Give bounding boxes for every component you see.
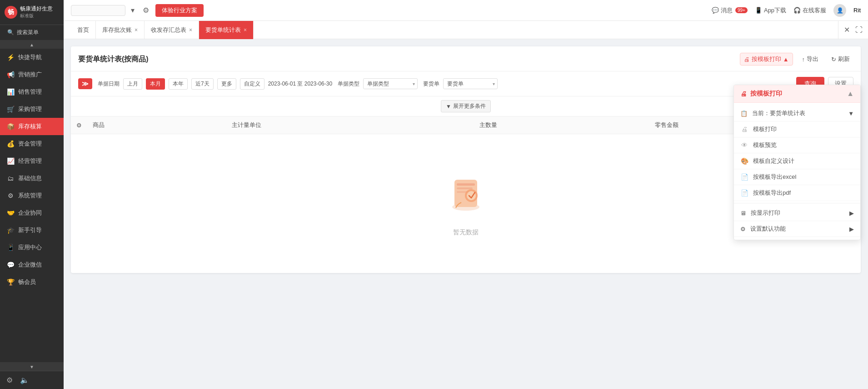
tab-receipt-summary[interactable]: 收发存汇总表 × [145,21,199,39]
avatar[interactable]: 👤 [833,4,846,17]
online-service-item[interactable]: 🎧 在线客服 [793,6,826,15]
doctype-select[interactable]: 单据类型 [363,78,418,89]
print-dropdown-body: 📋 当前：要货单统计表 ▼ 🖨 模板打印 👁 模板预览 🎨 [734,103,860,240]
date-btn-more[interactable]: 更多 [217,78,236,90]
sidebar-item-label: 应用中心 [18,243,42,252]
search-icon: 🔍 [7,29,14,35]
header-settings-button[interactable]: ⚙ [140,6,152,15]
sidebar-item-inventory[interactable]: 📦 库存核算 [0,118,64,135]
page-content: 要货单统计表(按商品) 🖨 按模板打印 ▲ ↑ 导出 ↻ 刷新 [64,39,868,389]
header-search-input[interactable] [71,5,125,16]
sidebar-item-quick-nav[interactable]: ⚡ 快捷导航 [0,49,64,66]
sidebar: 畅 畅康通好生意 标准版 🔍 搜索菜单 ▲ ⚡ 快捷导航 📢 营销推广 📊 销售… [0,0,64,389]
col-unit: 主计量单位 [226,116,474,134]
guide-icon: 🎓 [6,226,15,234]
user-name: Rit [853,7,861,14]
date-btn-this-year[interactable]: 本年 [169,78,188,90]
col-quantity: 主数量 [474,116,649,134]
expand-more-button[interactable]: ▼ 展开更多条件 [441,100,491,112]
sidebar-item-label: 营销推广 [18,71,42,79]
sidebar-item-label: 采购管理 [18,105,42,113]
svg-rect-3 [457,187,473,189]
tab-home[interactable]: 首页 [71,21,96,39]
col-settings: ⚙ [71,116,87,134]
sidebar-item-marketing[interactable]: 📢 营销推广 [0,66,64,83]
operation-icon: 📈 [6,157,15,165]
display-print-icon: 🖥 [740,210,746,217]
sidebar-item-label: 基础信息 [18,174,42,182]
app-download-item[interactable]: 📱 App下载 [755,6,786,15]
page-title: 要货单统计表(按商品) [78,55,149,64]
app-download-label: App下载 [764,6,786,15]
sidebar-item-guide[interactable]: 🎓 新手引导 [0,222,64,239]
sidebar-item-purchase[interactable]: 🛒 采购管理 [0,101,64,118]
template-design-icon: 🎨 [740,157,748,165]
refresh-button[interactable]: ↻ 刷新 [828,53,853,65]
scroll-up-icon: ▲ [30,42,34,47]
sidebar-item-label: 销售管理 [18,88,42,96]
sidebar-item-basic[interactable]: 🗂 基础信息 [0,170,64,187]
filter-date-group: 单据日期 上月 本月 本年 近7天 更多 自定义 2023-06-01 至 20… [98,78,332,90]
export-button[interactable]: ↑ 导出 [798,53,823,65]
order-status-select[interactable]: 要货单 [443,78,498,89]
sidebar-item-apps[interactable]: 📱 应用中心 [0,239,64,256]
message-label: 消息 [721,6,733,15]
tab-order-stats[interactable]: 要货单统计表 × [199,21,254,39]
tab-expand-button[interactable]: ⛶ [854,25,863,35]
print-dropdown-close-button[interactable]: ▲ [847,90,854,98]
header-dropdown-button[interactable]: ▾ [129,6,136,15]
sidebar-item-label: 库存核算 [18,122,42,131]
current-template-left: 📋 当前：要货单统计表 [740,109,805,117]
date-btn-custom[interactable]: 自定义 [240,78,264,90]
tab-close-all-button[interactable]: ✕ [843,25,851,35]
sidebar-scroll-down[interactable]: ▼ [0,362,64,371]
sidebar-item-label: 企业协同 [18,209,42,217]
message-item[interactable]: 💬 消息 99+ [712,6,748,15]
print-dropdown-title: 🖨 按模板打印 [740,90,782,98]
print-dropdown-icon: 🖨 [740,90,747,97]
sidebar-item-member[interactable]: 🏆 畅会员 [0,273,64,291]
tab-order-stats-label: 要货单统计表 [205,26,241,34]
message-badge: 99+ [735,7,748,13]
sidebar-item-sales[interactable]: 📊 销售管理 [0,83,64,101]
date-filter-label: 单据日期 [98,80,120,88]
template-print-item[interactable]: 🖨 模板打印 [734,121,860,137]
online-service-label: 在线客服 [803,6,826,15]
export-pdf-item[interactable]: 📄 按模板导出pdf [734,185,860,201]
sidebar-item-wechat[interactable]: 💬 企业微信 [0,256,64,273]
date-btn-last-month[interactable]: 上月 [123,78,142,90]
display-print-left: 🖥 按显示打印 [740,209,780,217]
sidebar-item-collab[interactable]: 🤝 企业协同 [0,204,64,222]
date-btn-7days[interactable]: 近7天 [191,78,214,90]
svg-rect-2 [457,183,475,186]
print-template-button[interactable]: 🖨 按模板打印 ▲ [740,53,793,66]
sound-icon[interactable]: 🔈 [20,376,29,384]
template-design-item[interactable]: 🎨 模板自定义设计 [734,153,860,169]
sidebar-item-label: 畅会员 [18,278,36,286]
settings-icon[interactable]: ⚙ [6,376,13,384]
export-excel-item[interactable]: 📄 按模板导出excel [734,169,860,185]
sidebar-item-system[interactable]: ⚙ 系统管理 [0,187,64,204]
page-card-header: 要货单统计表(按商品) 🖨 按模板打印 ▲ ↑ 导出 ↻ 刷新 [71,46,861,71]
tab-order-stats-close[interactable]: × [244,27,247,33]
template-preview-item[interactable]: 👁 模板预览 [734,137,860,153]
header-right: 💬 消息 99+ 📱 App下载 🎧 在线客服 👤 Rit [712,4,861,17]
sidebar-search[interactable]: 🔍 搜索菜单 [0,25,64,40]
sidebar-item-finance[interactable]: 💰 资金管理 [0,135,64,152]
template-preview-label: 模板预览 [753,141,777,149]
display-print-section[interactable]: 🖥 按显示打印 ▶ [734,205,860,221]
tab-receipt-summary-close[interactable]: × [189,27,192,33]
default-func-section[interactable]: ⚙ 设置默认功能 ▶ [734,221,860,237]
trial-button[interactable]: 体验行业方案 [155,4,204,17]
filter-toggle-button[interactable]: ≫ [78,78,92,89]
display-print-arrow-icon: ▶ [849,210,854,217]
date-btn-this-month[interactable]: 本月 [146,78,165,90]
sidebar-item-operation[interactable]: 📈 经营管理 [0,152,64,170]
tab-batch-account-close[interactable]: × [135,27,138,33]
current-template-section[interactable]: 📋 当前：要货单统计表 ▼ [734,106,860,121]
sidebar-scroll-up[interactable]: ▲ [0,40,64,49]
col-settings-icon[interactable]: ⚙ [76,122,82,129]
sidebar-logo: 畅 畅康通好生意 标准版 [0,0,64,25]
tab-batch-account[interactable]: 库存批次账 × [96,21,145,39]
print-dropdown-header: 🖨 按模板打印 ▲ [734,85,860,103]
